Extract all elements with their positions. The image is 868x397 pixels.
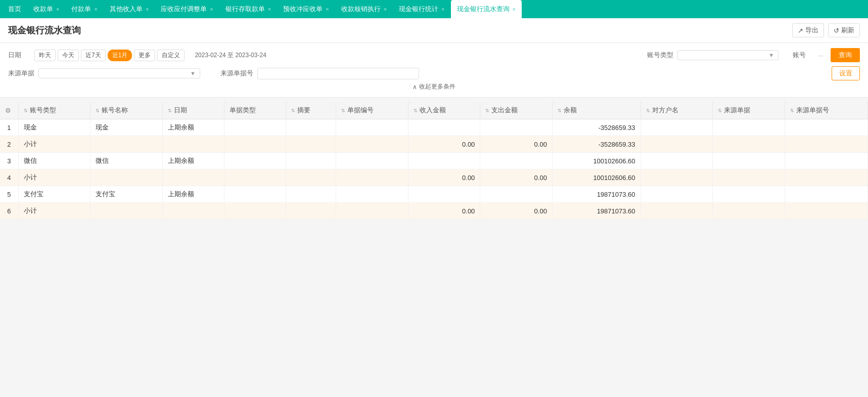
- cell-account-name: 微信: [90, 153, 163, 169]
- cell-account-name: 支付宝: [90, 186, 163, 203]
- date-btn-1month[interactable]: 近1月: [108, 50, 132, 61]
- page-title: 现金银行流水查询: [8, 24, 81, 36]
- sort-arrows-expense: ⇅: [485, 108, 489, 113]
- nav-cash-bank-stats-label: 现金银行统计: [399, 0, 438, 18]
- col-header-doc-type: 单据类型: [224, 102, 286, 119]
- date-range-display: 2023-02-24 至 2023-03-24: [195, 51, 266, 60]
- cell-expense: 0.00: [480, 169, 553, 186]
- cell-doc-no: [336, 119, 408, 136]
- cell-counterparty: [641, 169, 713, 186]
- nav-payments[interactable]: 付款单 ×: [65, 0, 103, 18]
- date-btn-today[interactable]: 今天: [58, 50, 79, 61]
- nav-cash-bank-flow[interactable]: 现金银行流水查询 ×: [451, 0, 522, 18]
- cell-account-type: 现金: [18, 119, 90, 136]
- nav-collection-exec[interactable]: 收款核销执行 ×: [335, 0, 393, 18]
- account-type-label: 账号类型: [647, 51, 673, 60]
- col-header-expense[interactable]: ⇅支出金额: [480, 102, 553, 119]
- nav-collection-exec-label: 收款核销执行: [341, 0, 381, 18]
- date-btn-more[interactable]: 更多: [134, 50, 155, 61]
- nav-bank-deposit[interactable]: 银行存取款单 ×: [219, 0, 277, 18]
- cell-counterparty: [641, 136, 713, 153]
- cell-date: [162, 169, 224, 186]
- nav-receipts-close[interactable]: ×: [56, 0, 59, 18]
- nav-payments-close[interactable]: ×: [94, 0, 97, 18]
- sort-arrows-date: ⇅: [168, 108, 172, 113]
- cell-balance: 100102606.60: [552, 153, 641, 169]
- nav-cash-bank-stats-close[interactable]: ×: [441, 0, 444, 18]
- cell-account-name: [90, 169, 163, 186]
- nav-ar-adjust-close[interactable]: ×: [210, 0, 213, 18]
- export-button[interactable]: ↗ 导出: [792, 23, 824, 37]
- nav-other-income[interactable]: 其他收入单 ×: [104, 0, 155, 18]
- nav-receipts[interactable]: 收款单 ×: [27, 0, 65, 18]
- cell-source-doc: [713, 203, 785, 219]
- cell-income: [408, 186, 480, 203]
- cell-source-doc: [713, 153, 785, 169]
- cell-income: 0.00: [408, 169, 480, 186]
- cell-source-doc-no: [785, 169, 867, 186]
- nav-prepay-close[interactable]: ×: [326, 0, 329, 18]
- date-btn-yesterday[interactable]: 昨天: [34, 50, 56, 61]
- nav-ar-adjust[interactable]: 应收应付调整单 ×: [155, 0, 219, 18]
- cell-idx: 4: [0, 169, 18, 186]
- date-filter-label: 日期: [8, 51, 26, 60]
- col-header-date[interactable]: ⇅日期: [162, 102, 224, 119]
- col-header-account-type[interactable]: ⇅账号类型: [18, 102, 90, 119]
- page-header: 现金银行流水查询 ↗ 导出 ↺ 刷新: [0, 18, 868, 43]
- query-button[interactable]: 查询: [831, 48, 860, 62]
- cell-summary: [286, 186, 336, 203]
- gear-icon[interactable]: ⚙: [5, 107, 11, 114]
- col-header-account-name[interactable]: ⇅账号名称: [90, 102, 163, 119]
- account-type-select[interactable]: ▼: [677, 50, 779, 60]
- date-btn-7days[interactable]: 近7天: [81, 50, 106, 61]
- source-doc-no-input[interactable]: [257, 68, 419, 79]
- table-row: 6小计0.000.0019871073.60: [0, 203, 868, 219]
- refresh-button[interactable]: ↺ 刷新: [828, 23, 860, 37]
- nav-receipts-label: 收款单: [33, 0, 53, 18]
- nav-payments-label: 付款单: [71, 0, 91, 18]
- account-dots[interactable]: ···: [815, 50, 827, 61]
- nav-bank-deposit-close[interactable]: ×: [268, 0, 271, 18]
- sort-arrows-account-name: ⇅: [96, 108, 100, 113]
- nav-collection-exec-close[interactable]: ×: [384, 0, 387, 18]
- table-row: 2小计0.000.00-3528659.33: [0, 136, 868, 153]
- cell-date: [162, 136, 224, 153]
- col-header-source-doc[interactable]: ⇅来源单据: [713, 102, 785, 119]
- sort-arrows-account-type: ⇅: [24, 108, 28, 113]
- col-header-balance[interactable]: ⇅余额: [552, 102, 641, 119]
- cell-doc-no: [336, 186, 408, 203]
- sort-arrows-balance: ⇅: [558, 108, 562, 113]
- nav-cash-bank-stats[interactable]: 现金银行统计 ×: [393, 0, 450, 18]
- cell-balance: 19871073.60: [552, 203, 641, 219]
- col-header-gear[interactable]: ⚙: [0, 102, 18, 119]
- cell-doc-type: [224, 136, 286, 153]
- nav-home[interactable]: 首页: [2, 0, 27, 18]
- cell-income: [408, 153, 480, 169]
- sort-arrows-doc-no: ⇅: [341, 108, 345, 113]
- nav-prepay-label: 预收冲应收单: [283, 0, 323, 18]
- col-header-summary[interactable]: ⇅摘要: [286, 102, 336, 119]
- cell-doc-type: [224, 153, 286, 169]
- collapse-label: 收起更多条件: [419, 82, 455, 91]
- sort-arrows-source-doc: ⇅: [718, 108, 722, 113]
- cell-doc-type: [224, 203, 286, 219]
- cell-balance: 100102606.60: [552, 169, 641, 186]
- settings-button[interactable]: 设置: [832, 66, 860, 80]
- date-btn-custom[interactable]: 自定义: [157, 50, 185, 61]
- cell-source-doc: [713, 186, 785, 203]
- collapse-bar[interactable]: ∧ 收起更多条件: [8, 80, 860, 93]
- nav-other-income-close[interactable]: ×: [146, 0, 149, 18]
- cell-doc-no: [336, 169, 408, 186]
- nav-prepay[interactable]: 预收冲应收单 ×: [277, 0, 335, 18]
- col-header-doc-no[interactable]: ⇅单据编号: [336, 102, 408, 119]
- nav-cash-bank-flow-close[interactable]: ×: [513, 0, 516, 18]
- sort-arrows-source-doc-no: ⇅: [790, 108, 794, 113]
- export-icon: ↗: [798, 27, 803, 34]
- source-doc-select[interactable]: ▼: [38, 68, 200, 78]
- col-header-income[interactable]: ⇅收入金额: [408, 102, 480, 119]
- cell-summary: [286, 153, 336, 169]
- col-header-source-doc-no[interactable]: ⇅来源单据号: [785, 102, 867, 119]
- cell-idx: 6: [0, 203, 18, 219]
- cell-date: [162, 203, 224, 219]
- col-header-counterparty[interactable]: ⇅对方户名: [641, 102, 713, 119]
